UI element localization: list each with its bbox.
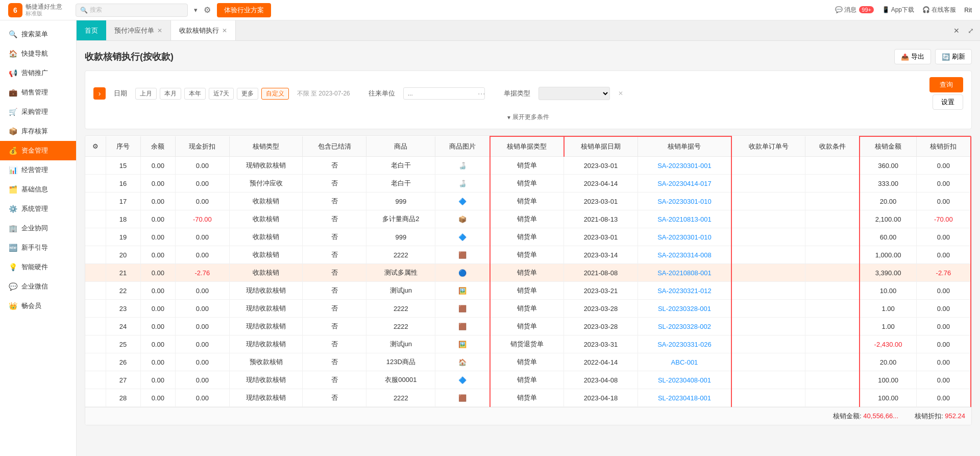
td-receipt-order-no xyxy=(731,282,805,300)
maximize-window-icon[interactable]: ⤢ xyxy=(966,25,976,37)
td-goods: 测试jun xyxy=(366,282,435,300)
sidebar-item-marketing[interactable]: 📢 营销推广 xyxy=(0,63,76,83)
top-search-bar[interactable]: 🔍 搜索 xyxy=(76,4,188,17)
td-balance: 0.00 xyxy=(140,318,175,335)
td-bill-no[interactable]: SA-20210813-001 xyxy=(638,210,731,228)
td-bill-no[interactable]: SL-20230328-002 xyxy=(638,318,731,335)
th-bill-date: 核销单据日期 xyxy=(564,136,638,157)
sidebar-item-member[interactable]: 👑 畅会员 xyxy=(0,296,76,316)
tab-writeoff[interactable]: 收款核销执行 ✕ xyxy=(171,20,236,40)
th-goods: 商品 xyxy=(366,136,435,157)
date-btn-7days[interactable]: 近7天 xyxy=(209,88,234,100)
td-cash-discount: 0.00 xyxy=(175,157,229,175)
sidebar-item-corp[interactable]: 🏢 企业协同 xyxy=(0,219,76,238)
header-actions: 📤 导出 🔄 刷新 xyxy=(894,49,972,64)
tab-writeoff-close[interactable]: ✕ xyxy=(222,27,227,34)
logo-text: 畅捷通好生意 标准版 xyxy=(26,3,62,17)
td-bill-type: 销货单 xyxy=(490,282,564,300)
industry-solution-button[interactable]: 体验行业方案 xyxy=(217,3,271,17)
query-button[interactable]: 查询 xyxy=(929,77,963,92)
td-bill-no[interactable]: SA-20230301-010 xyxy=(638,228,731,246)
td-writeoff-amount: 10.00 xyxy=(860,282,916,300)
td-writeoff-amount: 60.00 xyxy=(860,228,916,246)
counterpart-ellipsis[interactable]: ··· xyxy=(478,88,485,99)
td-bill-no[interactable]: SL-20230418-001 xyxy=(638,389,731,407)
td-receipt-condition xyxy=(805,264,860,282)
td-writeoff-discount: 0.00 xyxy=(916,157,971,175)
td-bill-type: 销货单 xyxy=(490,157,564,175)
sidebar-item-shortcut[interactable]: 🏠 快捷导航 xyxy=(0,44,76,63)
dropdown-arrow-icon[interactable]: ▾ xyxy=(194,6,198,14)
th-cash-discount: 现金折扣 xyxy=(175,136,229,157)
td-bill-no[interactable]: ABC-001 xyxy=(638,353,731,371)
setting-button[interactable]: 设置 xyxy=(933,94,963,110)
counterpart-input[interactable] xyxy=(403,87,485,100)
td-bill-no[interactable]: SA-20230301-001 xyxy=(638,157,731,175)
sidebar-item-operation[interactable]: 📊 经营管理 xyxy=(0,160,76,180)
sidebar-item-inventory[interactable]: 📦 库存核算 xyxy=(0,122,76,141)
sidebar-item-search[interactable]: 🔍 搜索菜单 xyxy=(0,25,76,44)
td-writeoff-amount: 333.00 xyxy=(860,175,916,193)
sidebar-item-basic[interactable]: 🗂️ 基础信息 xyxy=(0,180,76,199)
tab-prepay-close[interactable]: ✕ xyxy=(157,27,162,34)
td-bill-no[interactable]: SA-20230314-008 xyxy=(638,246,731,264)
table-row: 26 0.00 0.00 预收款核销 否 123D商品 🏠 销货单 2022-0… xyxy=(85,353,971,371)
td-receipt-order-no xyxy=(731,300,805,318)
wechat-icon: 💬 xyxy=(8,282,17,291)
date-btn-custom[interactable]: 自定义 xyxy=(261,88,289,100)
date-btn-last-month[interactable]: 上月 xyxy=(135,88,157,100)
tab-bar: 首页 预付冲应付单 ✕ 收款核销执行 ✕ ✕ ⤢ xyxy=(77,20,980,41)
td-bill-no[interactable]: SA-20210808-001 xyxy=(638,264,731,282)
td-receipt-order-no xyxy=(731,157,805,175)
gear-icon[interactable]: ⚙ xyxy=(204,5,211,15)
td-bill-type: 销货单 xyxy=(490,318,564,335)
app-download-link[interactable]: 📱 App下载 xyxy=(882,6,914,14)
username-label: Rit xyxy=(964,7,972,14)
tab-prepay[interactable]: 预付冲应付单 ✕ xyxy=(106,20,171,40)
expand-filter-button[interactable]: › xyxy=(93,87,106,100)
logo-icon: 6 xyxy=(8,3,22,17)
sidebar-item-purchase[interactable]: 🛒 采购管理 xyxy=(0,102,76,122)
td-receipt-order-no xyxy=(731,353,805,371)
td-gear xyxy=(85,264,106,282)
export-icon: 📤 xyxy=(901,53,909,61)
td-receipt-condition xyxy=(805,246,860,264)
td-receipt-condition xyxy=(805,389,860,407)
th-receipt-order-no: 收款单订单号 xyxy=(731,136,805,157)
receipt-type-select[interactable] xyxy=(538,87,610,100)
td-bill-no[interactable]: SL-20230328-001 xyxy=(638,300,731,318)
sidebar-item-sales[interactable]: 💼 销售管理 xyxy=(0,83,76,102)
td-bill-no[interactable]: SA-20230414-017 xyxy=(638,175,731,193)
select-clear-icon[interactable]: ✕ xyxy=(618,90,623,97)
td-receipt-condition xyxy=(805,318,860,335)
marketing-icon: 📢 xyxy=(8,68,17,78)
td-receipt-condition xyxy=(805,300,860,318)
sidebar-item-system[interactable]: ⚙️ 系统管理 xyxy=(0,199,76,219)
refresh-button[interactable]: 🔄 刷新 xyxy=(935,49,972,64)
date-btn-this-year[interactable]: 本年 xyxy=(184,88,206,100)
date-btn-more[interactable]: 更多 xyxy=(237,88,258,100)
td-gear xyxy=(85,282,106,300)
message-link[interactable]: 💬 消息 99+ xyxy=(835,6,874,14)
close-window-icon[interactable]: ✕ xyxy=(951,25,962,37)
sidebar-item-finance[interactable]: 💰 资金管理 xyxy=(0,141,76,160)
td-cash-discount: 0.00 xyxy=(175,389,229,407)
td-receipt-condition xyxy=(805,371,860,389)
expand-more-conditions[interactable]: ▾ 展开更多条件 xyxy=(93,110,963,123)
online-service-link[interactable]: 🎧 在线客服 xyxy=(922,6,956,14)
sidebar-label-system: 系统管理 xyxy=(21,204,48,213)
sidebar-item-hardware[interactable]: 💡 智能硬件 xyxy=(0,257,76,277)
td-writeoff-amount: 1,000.00 xyxy=(860,246,916,264)
th-gear[interactable]: ⚙ xyxy=(85,136,106,157)
date-btn-this-month[interactable]: 本月 xyxy=(160,88,181,100)
td-bill-type: 销货单 xyxy=(490,353,564,371)
td-bill-no[interactable]: SL-20230408-001 xyxy=(638,371,731,389)
td-bill-no[interactable]: SA-20230321-012 xyxy=(638,282,731,300)
td-receipt-condition xyxy=(805,157,860,175)
sidebar-item-wechat[interactable]: 💬 企业微信 xyxy=(0,277,76,296)
td-bill-no[interactable]: SA-20230331-026 xyxy=(638,335,731,353)
sidebar-item-guide[interactable]: 🆕 新手引导 xyxy=(0,238,76,257)
tab-home[interactable]: 首页 xyxy=(77,20,106,40)
export-button[interactable]: 📤 导出 xyxy=(894,49,931,64)
td-bill-no[interactable]: SA-20230301-010 xyxy=(638,193,731,210)
